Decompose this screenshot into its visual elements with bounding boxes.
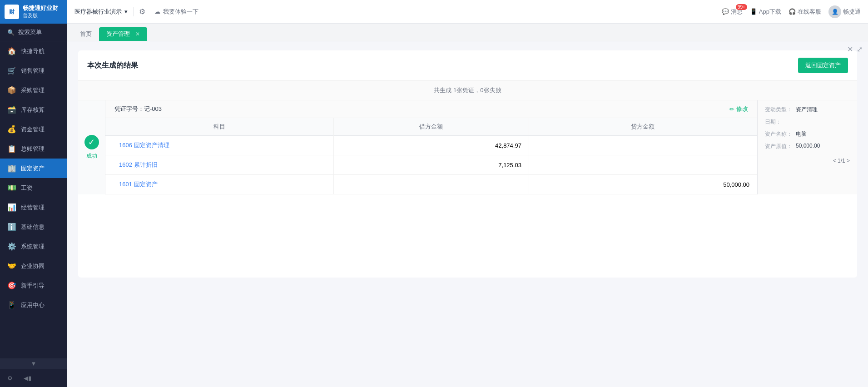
sidebar-item-purchase[interactable]: 📦 采购管理: [0, 80, 67, 100]
search-icon: 🔍: [7, 29, 15, 36]
info-asset-name: 资产名称： 电脑: [765, 130, 850, 138]
original-value-value: 50,000.00: [796, 143, 820, 149]
sidebar-item-system[interactable]: ⚙️ 系统管理: [0, 237, 67, 256]
subject-link-1602[interactable]: 1602 累计折旧: [119, 161, 158, 168]
sidebar-item-fixed-assets[interactable]: 🏢 固定资产: [0, 159, 67, 178]
tab-home[interactable]: 首页: [74, 27, 97, 41]
sidebar-toggle-btn[interactable]: ◀▮: [20, 373, 35, 383]
table-row: 1602 累计折旧 7,125.03: [105, 155, 757, 175]
scroll-down-btn[interactable]: ▼: [0, 358, 67, 369]
change-type-value: 资产清理: [796, 106, 818, 114]
app-download-label: App下载: [759, 8, 781, 16]
newbie-label: 新手引导: [21, 282, 45, 290]
edit-icon: ✏: [729, 106, 734, 113]
voucher-header-row: 凭证字号：记-003 ✏ 修改: [105, 100, 757, 118]
tab-close-icon[interactable]: ✕: [135, 31, 140, 37]
col-credit-header: 贷方金额: [529, 118, 757, 136]
sidebar-item-basics[interactable]: ℹ️ 基础信息: [0, 217, 67, 237]
online-service-btn[interactable]: 🎧 在线客服: [789, 8, 821, 16]
table-row: 1606 固定资产清理 42,874.97: [105, 136, 757, 155]
return-btn[interactable]: 返回固定资产: [798, 58, 848, 73]
topbar-gear-icon[interactable]: ⚙: [139, 7, 145, 16]
app-sub: 普及版: [23, 12, 58, 19]
company-selector[interactable]: 医疗器械行业演示 ▾: [74, 8, 128, 16]
messages-btn[interactable]: 💬 消息 99+: [722, 8, 743, 16]
sidebar-logo: 财 畅捷通好业财 普及版: [0, 0, 67, 24]
credit-1602: [529, 155, 757, 175]
ledger-label: 总账管理: [21, 145, 45, 153]
info-original-value: 资产原值： 50,000.00: [765, 143, 850, 150]
sidebar-item-ledger[interactable]: 📋 总账管理: [0, 139, 67, 159]
basics-label: 基础信息: [21, 223, 45, 231]
sidebar-item-cooperation[interactable]: 🤝 企业协同: [0, 256, 67, 276]
inventory-label: 库存核算: [21, 106, 45, 114]
experience-btn[interactable]: ☁ 我要体验一下: [154, 8, 198, 16]
app-download-btn[interactable]: 📱 App下载: [750, 8, 781, 16]
sidebar-item-sales[interactable]: 🛒 销售管理: [0, 61, 67, 80]
online-service-label: 在线客服: [798, 8, 821, 16]
system-icon: ⚙️: [7, 242, 16, 251]
payroll-icon: 💵: [7, 184, 16, 192]
search-menu[interactable]: 🔍 搜索菜单: [0, 24, 67, 41]
pagination-text: < 1/1 >: [833, 158, 850, 164]
summary-text: 共生成 1张凭证，0张失败: [434, 87, 501, 94]
sidebar-item-quicknav[interactable]: 🏠 快捷导航: [0, 41, 67, 61]
subject-link-1601[interactable]: 1601 固定资产: [119, 181, 158, 188]
col-debit-header: 借方金额: [333, 118, 529, 136]
debit-1602: 7,125.03: [333, 155, 529, 175]
sidebar-item-inventory[interactable]: 🗃️ 库存核算: [0, 100, 67, 119]
home-tab-label: 首页: [80, 30, 92, 37]
username: 畅捷通: [843, 8, 861, 16]
content-area: ✕ ⤢ 本次生成的结果 返回固定资产 共生成 1张凭证，0张失败 ✓ 成功: [67, 41, 868, 387]
settings-btn[interactable]: ⚙: [4, 373, 16, 383]
asset-tab-label: 资产管理: [106, 30, 130, 37]
col-subject-header: 科目: [105, 118, 333, 136]
sidebar-item-capital[interactable]: 💰 资金管理: [0, 119, 67, 139]
panel-minimize-btn[interactable]: ✕: [847, 45, 853, 54]
debit-1606: 42,874.97: [333, 136, 529, 155]
settings-icon: ⚙: [7, 375, 13, 382]
purchase-icon: 📦: [7, 86, 16, 94]
sidebar-nav: 🛒 销售管理 📦 采购管理 🗃️ 库存核算 💰 资金管理 📋 总账管理 🏢 固定…: [0, 61, 67, 358]
tabbar: 首页 资产管理 ✕: [67, 24, 868, 41]
success-indicator: ✓ 成功: [78, 100, 105, 194]
pagination[interactable]: < 1/1 >: [765, 158, 850, 164]
summary-bar: 共生成 1张凭证，0张失败: [78, 81, 857, 100]
operations-label: 经营管理: [21, 203, 45, 212]
capital-label: 资金管理: [21, 125, 45, 134]
subject-link-1606[interactable]: 1606 固定资产清理: [119, 142, 169, 149]
info-change-type: 变动类型： 资产清理: [765, 106, 850, 114]
edit-label: 修改: [736, 105, 748, 113]
voucher-main: 凭证字号：记-003 ✏ 修改 科目 借方金额 贷方金额: [105, 100, 757, 194]
panel-expand-btn[interactable]: ⤢: [857, 45, 863, 54]
asset-name-label: 资产名称：: [765, 130, 792, 138]
experience-icon: ☁: [154, 8, 160, 15]
sidebar: 财 畅捷通好业财 普及版 🔍 搜索菜单 🏠 快捷导航 🛒 销售管理 📦 采购管理…: [0, 0, 67, 387]
credit-1606: [529, 136, 757, 155]
sidebar-item-appcenter[interactable]: 📱 应用中心: [0, 295, 67, 315]
credit-1601: 50,000.00: [529, 175, 757, 194]
original-value-label: 资产原值：: [765, 143, 792, 150]
app-download-icon: 📱: [750, 8, 757, 15]
sidebar-item-operations[interactable]: 📊 经营管理: [0, 198, 67, 217]
app-name: 畅捷通好业财: [23, 5, 58, 12]
topbar-right: 💬 消息 99+ 📱 App下载 🎧 在线客服 👤 畅捷通: [722, 5, 861, 18]
user-menu[interactable]: 👤 畅捷通: [828, 5, 861, 18]
ledger-icon: 📋: [7, 144, 16, 153]
sidebar-item-payroll[interactable]: 💵 工资: [0, 178, 67, 198]
tab-asset-management[interactable]: 资产管理 ✕: [99, 27, 147, 41]
avatar: 👤: [828, 5, 841, 18]
company-name: 医疗器械行业演示: [74, 8, 122, 16]
messages-badge: 99+: [736, 4, 747, 10]
inventory-icon: 🗃️: [7, 105, 16, 114]
info-date: 日期：: [765, 118, 850, 126]
voucher-code: 凭证字号：记-003: [114, 105, 162, 113]
experience-label: 我要体验一下: [163, 8, 198, 16]
appcenter-label: 应用中心: [21, 301, 45, 309]
edit-btn[interactable]: ✏ 修改: [729, 105, 748, 113]
success-text: 成功: [86, 152, 97, 160]
date-label: 日期：: [765, 118, 781, 126]
main-area: 医疗器械行业演示 ▾ ⚙ ☁ 我要体验一下 💬 消息 99+ 📱 App下载 🎧…: [67, 0, 868, 387]
sidebar-bottom: ⚙ ◀▮: [0, 369, 67, 387]
sidebar-item-newbie[interactable]: 🎯 新手引导: [0, 276, 67, 295]
